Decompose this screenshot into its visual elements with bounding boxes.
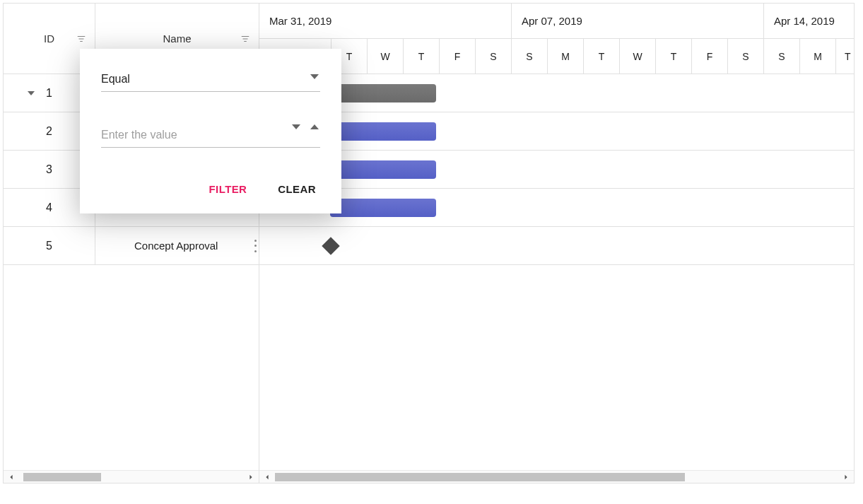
filter-button[interactable]: FILTER: [208, 180, 249, 198]
numeric-spin-buttons[interactable]: [292, 124, 320, 129]
day-cell: S: [512, 39, 548, 74]
day-cell: T: [656, 39, 692, 74]
day-cell: S: [476, 39, 512, 74]
row-id: 3: [46, 163, 52, 176]
chart-panel: Mar 31, 2019 Apr 07, 2019 Apr 14, 2019 T…: [259, 4, 854, 483]
chart-header: Mar 31, 2019 Apr 07, 2019 Apr 14, 2019 T…: [259, 4, 854, 74]
day-cell: T: [836, 39, 854, 74]
tree-horizontal-scrollbar[interactable]: [4, 470, 259, 483]
gantt-bar-task[interactable]: [330, 199, 436, 217]
spin-up-icon[interactable]: [310, 124, 319, 129]
clear-button[interactable]: CLEAR: [276, 180, 317, 198]
scroll-right-icon[interactable]: [246, 472, 256, 482]
expand-icon[interactable]: [28, 91, 35, 95]
day-cell: S: [728, 39, 764, 74]
week-cell: Apr 14, 2019: [764, 4, 854, 38]
day-cell: W: [620, 39, 656, 74]
gantt-bar-task[interactable]: [330, 160, 436, 179]
chart-body[interactable]: [259, 74, 854, 470]
table-row[interactable]: 5 Concept Approval: [4, 227, 259, 265]
day-cell: M: [548, 39, 584, 74]
row-id: 1: [46, 87, 52, 100]
gantt-bar-task[interactable]: [330, 122, 436, 141]
scrollbar-thumb[interactable]: [275, 473, 685, 481]
row-name: Concept Approval: [95, 227, 259, 264]
chevron-down-icon[interactable]: [310, 74, 319, 79]
scroll-left-icon[interactable]: [262, 472, 272, 482]
gantt-container: ID Name 1 2: [3, 3, 855, 484]
day-cell: M: [800, 39, 836, 74]
filter-value-field[interactable]: [101, 124, 320, 148]
day-cell: W: [368, 39, 404, 74]
scroll-right-icon[interactable]: [841, 472, 851, 482]
timescale-week-row: Mar 31, 2019 Apr 07, 2019 Apr 14, 2019: [259, 4, 854, 39]
column-header-name-label: Name: [163, 33, 191, 45]
filter-operator-input[interactable]: [101, 69, 320, 92]
row-id: 5: [46, 240, 52, 252]
row-id: 4: [46, 201, 52, 214]
spin-down-icon[interactable]: [292, 124, 300, 129]
day-cell: F: [692, 39, 728, 74]
week-cell: Mar 31, 2019: [259, 4, 512, 38]
chart-horizontal-scrollbar[interactable]: [259, 470, 854, 483]
day-cell: T: [584, 39, 620, 74]
gantt-bar-summary[interactable]: [330, 84, 436, 102]
filter-operator-field[interactable]: [101, 69, 320, 92]
filter-popup: FILTER CLEAR: [80, 49, 341, 213]
filter-icon[interactable]: [76, 34, 86, 44]
filter-popup-actions: FILTER CLEAR: [101, 180, 320, 198]
day-cell: S: [764, 39, 800, 74]
day-cell: T: [404, 39, 440, 74]
scroll-left-icon[interactable]: [6, 472, 16, 482]
scrollbar-thumb[interactable]: [23, 473, 101, 481]
timescale-day-row: T W T F S S M T W T F S S M T: [259, 39, 854, 74]
filter-value-input[interactable]: [101, 124, 320, 148]
more-icon[interactable]: [251, 240, 259, 252]
day-cell: F: [440, 39, 476, 74]
column-header-id-label: ID: [44, 33, 54, 45]
filter-icon[interactable]: [240, 34, 250, 44]
row-id: 2: [46, 125, 52, 138]
week-cell: Apr 07, 2019: [512, 4, 764, 38]
